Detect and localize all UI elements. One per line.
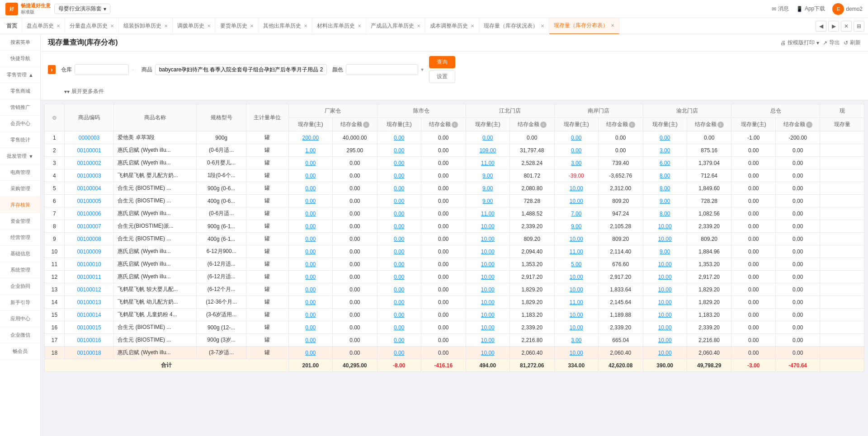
query-button[interactable]: 查询 [429,56,455,68]
summary-chen-amt: -416.16 [421,359,466,372]
cell-jb-qty: 10.00 [466,245,509,258]
tab-next-btn[interactable]: ▶ [828,21,839,32]
close-icon[interactable]: ✕ [611,23,614,28]
industry-dropdown[interactable]: 母婴行业演示陈套 ▾ [54,4,110,14]
tab-xiancun-status[interactable]: 现存量（库存状况表） ✕ [479,18,549,34]
tab-prev-btn[interactable]: ◀ [816,21,826,32]
warehouse-dots[interactable]: ··· [132,66,136,73]
close-icon[interactable]: ✕ [207,23,211,28]
cell-na-qty: 10.00 [554,233,598,245]
cell-chen-qty: 0.00 [377,347,421,359]
cell-spec: (3-6岁适用... [197,309,246,321]
cell-code: 00100001 [64,144,114,157]
chevron-down-icon[interactable]: ▾ [421,66,424,73]
cell-yb-qty: 10.00 [643,233,687,245]
tab-zuhe[interactable]: 组装拆卸单历史 ✕ [119,18,173,34]
tab-expand-btn[interactable]: ⊞ [854,21,864,32]
sidebar-item-wechat[interactable]: 企业微信 [0,327,40,343]
sidebar-item-basic-info[interactable]: 基础信息 [0,246,40,262]
cell-jb-qty: 10.00 [466,347,509,359]
warehouse-input[interactable] [75,64,129,75]
sidebar-item-finance[interactable]: 资金管理 [0,213,40,230]
tab-close-current-btn[interactable]: ✕ [841,21,852,32]
sidebar-item-ecommerce[interactable]: 电商管理 [0,164,40,181]
close-icon[interactable]: ✕ [164,23,168,28]
refresh-btn[interactable]: ↺ 刷新 [844,39,861,47]
sidebar-item-marketing[interactable]: 营销推广 [0,99,40,116]
cell-na-qty: 11.00 [554,245,598,258]
cell-na-qty: 3.00 [554,334,598,347]
info-icon[interactable]: i [363,122,369,128]
info-icon[interactable]: i [452,122,458,128]
tab-pandian[interactable]: 盘点单历史 ✕ [22,18,65,34]
cell-name: 惠氏启赋 (Wyeth illu... [114,271,197,283]
expand-btn[interactable]: ▾▾ 展开更多条件 [64,88,104,95]
sidebar-item-inventory[interactable]: 库存核算 [0,197,40,213]
cell-spec: (12-36个月... [197,296,246,309]
close-icon[interactable]: ✕ [541,23,544,28]
tab-xiancun-dist[interactable]: 现存量（库存分布表） ✕ [549,18,619,34]
cell-name: 飞鹤星飞帆 婴儿配方奶... [114,169,197,182]
sidebar-item-operations[interactable]: 经营管理 [0,230,40,246]
search-row: › 仓库 ··· 商品 颜色 ▾ 查询 设置 [48,56,861,83]
close-icon[interactable]: ✕ [471,23,474,28]
close-icon[interactable]: ✕ [250,23,254,28]
print-btn[interactable]: 🖨 按模版打印 ▾ [780,39,819,47]
sidebar-item-enterprise[interactable]: 企业协同 [0,278,40,295]
color-input[interactable] [346,64,418,75]
sidebar-item-retail-mgmt[interactable]: 零售管理 ▲ [0,67,40,83]
settings-icon[interactable]: ⚙ [50,114,58,122]
messages-btn[interactable]: ✉ 消息 [772,5,789,13]
sidebar-item-purchase[interactable]: 采购管理 [0,181,40,197]
cell-total-amt: 0.00 [775,334,820,347]
tab-fenpandian[interactable]: 分量盘点单历史 ✕ [65,18,119,34]
tab-chengpin[interactable]: 产成品入库单历史 ✕ [366,18,425,34]
tab-diaopo[interactable]: 调拨单历史 ✕ [173,18,216,34]
cell-code: 00100016 [64,334,114,347]
tab-yaohuo[interactable]: 要货单历史 ✕ [216,18,259,34]
tab-home[interactable]: 首页 [2,18,22,34]
sidebar-item-system[interactable]: 系统管理 [0,262,40,278]
sidebar-item-nav[interactable]: 快捷导航 [0,51,40,67]
summary-chen-qty: -8.00 [377,359,421,372]
cell-total-qty: 0.00 [731,321,775,334]
cell-chen-amt: 0.00 [421,321,466,334]
cell-yb-qty: 10.00 [643,309,687,321]
close-icon[interactable]: ✕ [304,23,307,28]
cell-yb-qty: 10.00 [643,296,687,309]
collapse-btn[interactable]: › [48,65,56,74]
info-icon[interactable]: i [540,122,547,128]
close-icon[interactable]: ✕ [110,23,114,28]
sidebar-item-retail-stats[interactable]: 零售统计 [0,132,40,148]
info-icon[interactable]: i [806,122,812,128]
cell-na-qty: 11.00 [554,296,598,309]
close-icon[interactable]: ✕ [358,23,361,28]
cell-na-amt: -3,652.76 [598,169,643,182]
page-actions: 🖨 按模版打印 ▾ ↗ 导出 ↺ 刷新 [780,39,861,47]
tab-chenben[interactable]: 成本调整单历史 ✕ [425,18,479,34]
close-icon[interactable]: ✕ [417,23,420,28]
tab-cailiao[interactable]: 材料出库单历史 ✕ [312,18,366,34]
tab-qitachuku[interactable]: 其他出库单历史 ✕ [259,18,312,34]
sidebar-item-appcenter[interactable]: 应用中心 [0,311,40,327]
info-icon[interactable]: i [717,122,724,128]
sidebar-item-wholesale[interactable]: 批发管理 ▼ [0,148,40,164]
cell-factory-amt: 0.00 [333,157,377,169]
sidebar-item-search[interactable]: 搜索英单 [0,34,40,51]
sidebar-item-member[interactable]: 会员中心 [0,116,40,132]
sidebar-item-retail-mall[interactable]: 零售商城 [0,83,40,99]
info-icon[interactable]: i [629,122,635,128]
table-row: 9 00100008 合生元 (BIOSTIME) ... 400g (6-1.… [45,233,864,245]
product-input[interactable] [155,64,327,75]
close-icon[interactable]: ✕ [57,23,60,28]
app-download-btn[interactable]: 📱 App下载 [796,5,825,13]
sidebar-item-member2[interactable]: 畅会员 [0,343,40,360]
cell-factory-qty: 0.00 [288,157,332,169]
setting-button[interactable]: 设置 [429,70,455,83]
expand-row: ▾▾ 展开更多条件 [48,86,861,95]
export-btn[interactable]: ↗ 导出 [823,39,840,47]
sidebar-item-guide[interactable]: 新手引导 [0,295,40,311]
user-area[interactable]: E demo2 [832,3,863,15]
th-na-store: 南岸门店 [554,104,643,118]
cell-code: 00100013 [64,296,114,309]
